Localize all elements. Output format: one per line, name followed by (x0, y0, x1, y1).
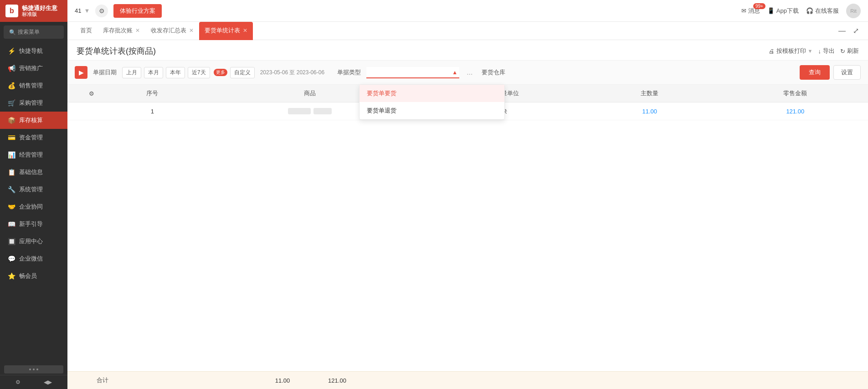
print-icon: 🖨 (769, 48, 775, 55)
row-num-cell: 1 (116, 102, 189, 120)
table-settings-icon: ⚙ (89, 90, 94, 97)
guide-icon: 📖 (7, 220, 15, 228)
sidebar-item-inventory[interactable]: 📦 库存核算 (0, 112, 67, 129)
more-date-badge[interactable]: 更多 (214, 69, 227, 76)
tab-close-inventory-batch[interactable]: ✕ (135, 28, 140, 33)
product-placeholder-2 (313, 108, 332, 114)
topbar-right: ✉ 消息 99+ 📱 App下载 🎧 在线客服 Rit (741, 4, 861, 18)
row-qty-cell: 11.00 (577, 102, 722, 120)
print-template-btn[interactable]: 🖨 按模板打印 ▼ (769, 47, 813, 55)
main-content: 41 ▼ ⚙ 体验行业方案 ✉ 消息 99+ 📱 App下载 🎧 在线客服 (67, 0, 868, 389)
store-selector[interactable]: 41 ▼ (75, 7, 90, 14)
membership-icon: ⭐ (7, 272, 15, 280)
page-actions: 🖨 按模板打印 ▼ ↓ 导出 ↻ 刷新 (769, 47, 859, 55)
search-icon: 🔍 (9, 29, 16, 36)
date-range-display: 2023-05-06 至 2023-06-06 (260, 69, 324, 77)
footer-amount-value: 121.00 (310, 377, 365, 384)
tab-close-recv-summary[interactable]: ✕ (189, 28, 194, 33)
col-header-settings[interactable]: ⚙ (67, 85, 116, 102)
row-amount-cell: 121.00 (723, 102, 868, 120)
message-icon: ✉ (741, 7, 746, 14)
online-service-btn[interactable]: 🎧 在线客服 (806, 7, 839, 15)
row-settings-cell (67, 102, 116, 120)
topbar-gear-btn[interactable]: ⚙ (95, 5, 108, 17)
date-last-month-btn[interactable]: 上月 (122, 67, 141, 78)
sidebar-item-marketing[interactable]: 📢 营销推广 (0, 60, 67, 77)
tab-minimize-btn[interactable]: — (837, 25, 847, 37)
export-icon: ↓ (818, 48, 822, 55)
filter-bar: ▶ 单据日期 上月 本月 本年 近7天 更多 自定义 2023-05-06 至 … (67, 61, 868, 85)
sidebar-item-quick-nav[interactable]: ⚡ 快捷导航 (0, 42, 67, 60)
collapse-footer-btn[interactable]: ◀▶ (44, 379, 52, 385)
chevron-down-icon: ▼ (84, 7, 90, 14)
tab-close-order-stats[interactable]: ✕ (243, 28, 247, 33)
page-title: 要货单统计表(按商品) (77, 46, 156, 56)
messages-btn[interactable]: ✉ 消息 99+ (741, 7, 760, 15)
sidebar-item-operations[interactable]: 📊 经营管理 (0, 146, 67, 164)
type-filter-label: 单据类型 (337, 68, 361, 77)
expand-icon: ▶ (79, 69, 84, 76)
date-custom-btn[interactable]: 自定义 (230, 67, 255, 78)
refresh-icon: ↻ (840, 48, 845, 55)
messages-badge: 99+ (753, 3, 765, 9)
purchase-icon: 🛒 (7, 99, 15, 107)
sidebar-item-system[interactable]: 🔧 系统管理 (0, 181, 67, 198)
sidebar-item-app-center[interactable]: 🔲 应用中心 (0, 233, 67, 250)
print-dropdown-icon: ▼ (808, 48, 813, 54)
sidebar-item-cooperation[interactable]: 🤝 企业协同 (0, 198, 67, 215)
sidebar-item-finance[interactable]: 💳 资金管理 (0, 129, 67, 146)
sidebar-item-guide[interactable]: 📖 新手引导 (0, 215, 67, 233)
date-shortcuts: 上月 本月 本年 近7天 更多 自定义 (122, 67, 255, 78)
tab-expand-btn[interactable]: ⤢ (851, 25, 861, 37)
finance-icon: 💳 (7, 133, 15, 142)
sidebar-footer: ⚙ ◀▶ (0, 375, 67, 389)
tab-home[interactable]: 首页 (75, 22, 98, 40)
type-select-input[interactable] (366, 67, 459, 78)
date-filter-label: 单据日期 (93, 68, 117, 77)
basic-info-icon: 📋 (7, 168, 15, 176)
mobile-icon: 📱 (767, 7, 775, 14)
tabs-bar: 首页 库存批次账 ✕ 收发存汇总表 ✕ 要货单统计表 ✕ — ⤢ (67, 22, 868, 40)
topbar: 41 ▼ ⚙ 体验行业方案 ✉ 消息 99+ 📱 App下载 🎧 在线客服 (67, 0, 868, 22)
sidebar-item-basic-info[interactable]: 📋 基础信息 (0, 164, 67, 181)
date-this-month-btn[interactable]: 本月 (144, 67, 163, 78)
inventory-icon: 📦 (7, 116, 15, 124)
sidebar-scroll-indicator (0, 364, 67, 375)
col-header-qty: 主数量 (577, 85, 722, 102)
date-near7-btn[interactable]: 近7天 (188, 67, 210, 78)
app-center-icon: 🔲 (7, 237, 15, 246)
dropdown-item-order-return[interactable]: 要货单退货 (360, 102, 504, 119)
export-btn[interactable]: ↓ 导出 (818, 47, 835, 55)
settings-btn[interactable]: 设置 (833, 65, 861, 80)
page-header: 要货单统计表(按商品) 🖨 按模板打印 ▼ ↓ 导出 ↻ 刷新 (67, 40, 868, 61)
user-avatar[interactable]: Rit (846, 4, 861, 18)
marketing-icon: 📢 (7, 64, 15, 72)
filter-expand-btn[interactable]: ▶ (75, 66, 87, 79)
app-download-btn[interactable]: 📱 App下载 (767, 7, 799, 15)
tabs-end: — ⤢ (837, 25, 861, 37)
tab-inventory-batch[interactable]: 库存批次账 ✕ (98, 22, 145, 40)
headset-icon: 🎧 (806, 7, 813, 14)
sidebar: b 畅捷通好生意 标准版 🔍 搜索菜单 ⚡ 快捷导航 📢 营销推广 💰 销售管理… (0, 0, 67, 389)
collapse-icon: ◀▶ (44, 379, 52, 385)
table-wrapper: ⚙ 序号 商品 主计量单位 主数量 (67, 85, 868, 371)
refresh-btn[interactable]: ↻ 刷新 (840, 47, 859, 55)
tab-recv-summary[interactable]: 收发存汇总表 ✕ (145, 22, 199, 40)
sidebar-item-wechat[interactable]: 💬 企业微信 (0, 250, 67, 267)
sidebar-item-sales[interactable]: 💰 销售管理 (0, 77, 67, 94)
cooperation-icon: 🤝 (7, 203, 15, 211)
sidebar-item-purchase[interactable]: 🛒 采购管理 (0, 94, 67, 112)
sidebar-item-membership[interactable]: ⭐ 畅会员 (0, 267, 67, 285)
col-header-amount: 零售金额 (723, 85, 868, 102)
filter-more-btn[interactable]: ... (467, 68, 473, 77)
tab-order-stats[interactable]: 要货单统计表 ✕ (199, 22, 253, 40)
dropdown-item-order-goods[interactable]: 要货单要货 (360, 85, 504, 102)
page-content: 要货单统计表(按商品) 🖨 按模板打印 ▼ ↓ 导出 ↻ 刷新 (67, 40, 868, 389)
quick-nav-icon: ⚡ (7, 47, 15, 55)
settings-footer-btn[interactable]: ⚙ (15, 379, 21, 385)
trial-industry-btn[interactable]: 体验行业方案 (113, 4, 162, 18)
search-menu-btn[interactable]: 🔍 搜索菜单 (4, 26, 64, 39)
system-icon: 🔧 (7, 185, 15, 194)
date-this-year-btn[interactable]: 本年 (166, 67, 185, 78)
query-btn[interactable]: 查询 (800, 65, 830, 80)
